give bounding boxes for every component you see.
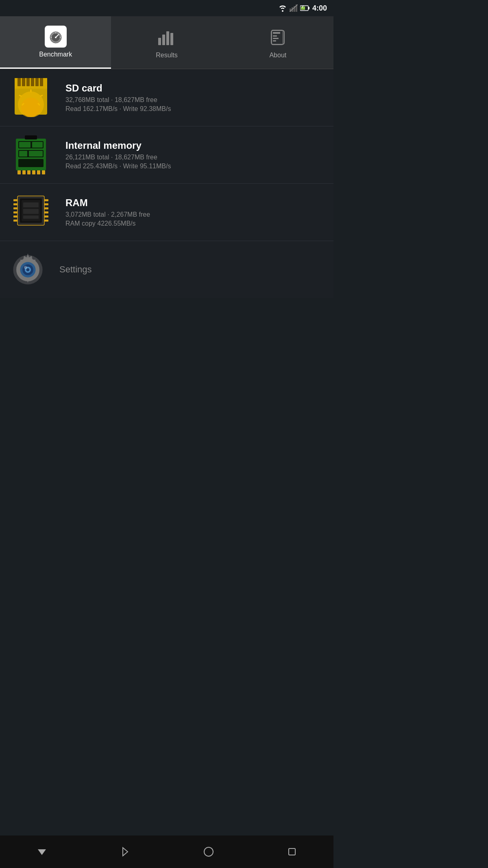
svg-rect-29 xyxy=(22,78,25,86)
status-icons: 4:00 xyxy=(278,4,327,13)
svg-rect-47 xyxy=(32,142,43,148)
svg-rect-54 xyxy=(32,170,35,174)
internal-detail: Read 225.43MB/s · Write 95.11MB/s xyxy=(65,163,326,170)
ram-subtitle: 3,072MB total · 2,267MB free xyxy=(65,211,326,218)
tab-results[interactable]: Results xyxy=(111,16,222,69)
svg-rect-66 xyxy=(13,211,17,213)
svg-rect-69 xyxy=(44,199,48,201)
wifi-icon xyxy=(278,4,287,12)
internal-title: Internal memory xyxy=(65,140,326,151)
svg-rect-6 xyxy=(308,7,309,9)
benchmark-icon xyxy=(45,26,67,48)
internal-memory-content: Internal memory 26,121MB total · 18,627M… xyxy=(65,140,326,170)
settings-label: Settings xyxy=(59,264,92,275)
svg-rect-67 xyxy=(13,215,17,218)
svg-rect-19 xyxy=(170,33,173,45)
svg-rect-60 xyxy=(23,202,39,207)
svg-rect-7 xyxy=(301,7,305,10)
settings-gear-icon xyxy=(7,249,48,290)
svg-point-35 xyxy=(21,98,41,117)
ram-title: RAM xyxy=(65,197,326,209)
svg-rect-68 xyxy=(13,220,17,222)
sdcard-detail: Read 162.17MB/s · Write 92.38MB/s xyxy=(65,105,326,113)
svg-rect-50 xyxy=(25,135,37,139)
svg-rect-65 xyxy=(13,207,17,209)
svg-rect-72 xyxy=(44,211,48,213)
about-icon xyxy=(267,26,289,48)
svg-rect-64 xyxy=(13,203,17,205)
svg-point-12 xyxy=(55,37,57,38)
svg-rect-56 xyxy=(42,170,45,174)
svg-rect-51 xyxy=(17,170,21,174)
svg-rect-30 xyxy=(26,78,30,86)
ram-icon xyxy=(7,192,54,233)
sdcard-icon xyxy=(7,77,54,118)
results-icon xyxy=(156,26,178,48)
svg-rect-46 xyxy=(19,142,30,148)
svg-rect-55 xyxy=(37,170,40,174)
tab-results-label: Results xyxy=(156,52,177,59)
svg-rect-48 xyxy=(19,151,27,157)
signal-icon xyxy=(290,4,298,12)
svg-rect-73 xyxy=(44,215,48,218)
battery-icon xyxy=(300,4,310,12)
svg-rect-74 xyxy=(44,220,48,222)
svg-rect-63 xyxy=(13,199,17,201)
svg-rect-17 xyxy=(162,35,165,45)
ram-content: RAM 3,072MB total · 2,267MB free RAM cop… xyxy=(65,197,326,227)
internal-memory-item[interactable]: Internal memory 26,121MB total · 18,627M… xyxy=(0,126,333,184)
internal-memory-icon xyxy=(7,135,54,175)
svg-rect-70 xyxy=(44,203,48,205)
sdcard-subtitle: 32,768MB total · 18,627MB free xyxy=(65,96,326,104)
svg-rect-49 xyxy=(29,151,43,157)
svg-rect-62 xyxy=(23,215,39,219)
settings-item[interactable]: Settings xyxy=(0,241,333,298)
tab-benchmark[interactable]: Benchmark xyxy=(0,16,111,69)
svg-rect-61 xyxy=(23,209,39,214)
tab-bar: Benchmark Results About xyxy=(0,16,333,69)
svg-rect-31 xyxy=(31,78,34,86)
ram-detail: RAM copy 4226.55MB/s xyxy=(65,220,326,227)
sdcard-item[interactable]: SD card 32,768MB total · 18,627MB free R… xyxy=(0,69,333,126)
svg-rect-32 xyxy=(35,78,39,86)
svg-rect-21 xyxy=(273,32,280,34)
svg-point-81 xyxy=(24,266,27,269)
svg-rect-16 xyxy=(158,38,161,45)
sdcard-title: SD card xyxy=(65,83,326,94)
svg-point-80 xyxy=(26,268,29,271)
svg-rect-24 xyxy=(273,40,276,41)
tab-about[interactable]: About xyxy=(222,16,333,69)
sdcard-content: SD card 32,768MB total · 18,627MB free R… xyxy=(65,83,326,113)
svg-rect-33 xyxy=(40,78,43,86)
status-time: 4:00 xyxy=(312,4,327,13)
internal-subtitle: 26,121MB total · 18,627MB free xyxy=(65,154,326,161)
svg-rect-71 xyxy=(44,207,48,209)
svg-rect-23 xyxy=(273,38,279,39)
svg-rect-45 xyxy=(18,159,44,167)
ram-item[interactable]: RAM 3,072MB total · 2,267MB free RAM cop… xyxy=(0,184,333,241)
tab-benchmark-label: Benchmark xyxy=(39,51,72,58)
svg-rect-52 xyxy=(22,170,26,174)
content-list: SD card 32,768MB total · 18,627MB free R… xyxy=(0,69,333,298)
tab-about-label: About xyxy=(269,52,286,59)
svg-rect-18 xyxy=(166,31,169,45)
svg-rect-28 xyxy=(17,78,21,86)
svg-rect-22 xyxy=(273,35,277,37)
status-bar: 4:00 xyxy=(0,0,333,16)
svg-rect-53 xyxy=(27,170,30,174)
